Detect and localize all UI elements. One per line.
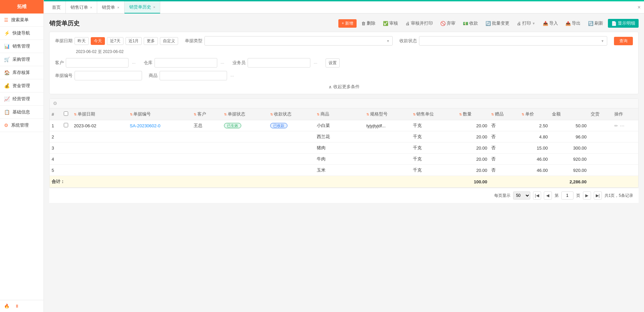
sort-icon: ⇅ xyxy=(130,112,134,116)
table-settings-icon[interactable]: ⚙ xyxy=(53,101,57,106)
filter-item-goods: 商品 ··· xyxy=(149,71,235,80)
sidebar-item-search-menu[interactable]: ☰ 搜索菜单 xyxy=(0,14,44,27)
select-all-checkbox[interactable] xyxy=(64,111,68,116)
filter-item-payment-status: 收款状态 ▼ xyxy=(399,36,607,46)
customer-input[interactable] xyxy=(66,58,129,68)
sidebar-item-label: 搜索菜单 xyxy=(11,17,29,23)
row-checkbox[interactable] xyxy=(64,123,68,127)
col-header-gift[interactable]: ⇅ 赠品 xyxy=(489,108,520,120)
cell-index: 2 xyxy=(50,131,62,142)
salesperson-ellipsis-btn[interactable]: ··· xyxy=(312,60,319,66)
settings-button[interactable]: 设置 xyxy=(326,58,340,68)
print-icon: 🖨 xyxy=(517,21,521,26)
date-7days-btn[interactable]: 近7天 xyxy=(107,37,123,45)
col-header-unit-price[interactable]: ⇅ 单价 xyxy=(520,108,550,120)
cell-transaction xyxy=(589,131,612,142)
sidebar-item-finance[interactable]: 💰 资金管理 xyxy=(0,79,44,93)
date-yesterday-btn[interactable]: 昨天 xyxy=(75,37,89,45)
col-header-unit[interactable]: ⇅ 销售单位 xyxy=(411,108,457,120)
collapse-filter-button[interactable]: ∧ 收起更多条件 xyxy=(55,84,633,90)
cell-customer xyxy=(192,142,222,154)
export-button[interactable]: 📤 导出 xyxy=(563,19,583,28)
date-more-btn[interactable]: 更多 xyxy=(144,37,158,45)
filter-panel: 单据日期 昨天 今天 近7天 近1月 更多 自定义 单据类型 ▼ xyxy=(49,32,639,94)
detail-icon: 📄 xyxy=(611,21,617,26)
sidebar-item-quick-nav[interactable]: ⚡ 快捷导航 xyxy=(0,27,44,40)
cell-spec xyxy=(364,154,411,165)
tab-home[interactable]: 首页 xyxy=(47,1,66,14)
sidebar-item-sys-mgmt[interactable]: ⚙ 系统管理 xyxy=(0,119,44,132)
tab-home-label: 首页 xyxy=(52,4,61,10)
cell-amount: 50.00 xyxy=(550,120,589,131)
edit-icon[interactable]: ✏ xyxy=(614,123,618,128)
pagination-bar: 每页显示 50 100 200 |◀ ◀ 第 页 ▶ ▶| 共1页，5条记录 xyxy=(49,188,639,203)
search-button[interactable]: 查询 xyxy=(614,37,633,45)
cell-goods: 小白菜 xyxy=(315,120,364,131)
sidebar-item-ops-mgmt[interactable]: 📈 经营管理 xyxy=(0,93,44,106)
audit-button[interactable]: ✅ 审核 xyxy=(380,19,401,28)
summary-row: 合计： 100.00 2,286.00 xyxy=(50,176,638,188)
col-header-spec[interactable]: ⇅ 规格型号 xyxy=(364,108,411,120)
col-header-goods[interactable]: ⇅ 商品 xyxy=(315,108,364,120)
more-action-icon[interactable]: ⋯ xyxy=(620,123,624,128)
goods-input[interactable] xyxy=(160,71,227,80)
per-page-select[interactable]: 50 100 200 xyxy=(513,191,530,200)
tab-sales-order-close[interactable]: × xyxy=(90,5,92,9)
filter-item-salesperson: 业务员 ··· xyxy=(232,58,319,68)
doc-number-link[interactable]: SA-20230602-0 xyxy=(130,123,161,128)
print-button[interactable]: 🖨 打印 ▼ xyxy=(514,19,538,28)
collect-button[interactable]: 💵 收款 xyxy=(460,19,481,28)
doc-type-dropdown-arrow: ▼ xyxy=(386,39,390,43)
customer-ellipsis-btn[interactable]: ··· xyxy=(131,60,137,66)
new-button[interactable]: + 新增 xyxy=(338,19,357,28)
sidebar-item-purchase-mgmt[interactable]: 🛒 采购管理 xyxy=(0,53,44,66)
cell-index: 3 xyxy=(50,142,62,154)
cell-doc-date xyxy=(72,165,128,176)
date-today-btn[interactable]: 今天 xyxy=(91,37,105,45)
cell-checkbox xyxy=(62,142,72,154)
col-header-customer[interactable]: ⇅ 客户 xyxy=(192,108,222,120)
tab-close-all-button[interactable]: × xyxy=(638,4,641,10)
warehouse-ellipsis-btn[interactable]: ··· xyxy=(219,60,226,66)
filter-row-1: 单据日期 昨天 今天 近7天 近1月 更多 自定义 单据类型 ▼ xyxy=(55,36,633,46)
salesperson-input[interactable] xyxy=(248,58,310,68)
tab-sales-history-close[interactable]: × xyxy=(153,5,155,9)
print-dropdown-arrow: ▼ xyxy=(532,22,535,25)
batch-change-button[interactable]: 🔄 批量变更 xyxy=(483,19,512,28)
prev-page-button[interactable]: ◀ xyxy=(544,191,552,200)
col-header-index: # xyxy=(50,108,62,120)
tab-sales-delivery[interactable]: 销货单 × xyxy=(97,1,124,14)
doc-number-input[interactable] xyxy=(75,71,142,80)
next-page-button[interactable]: ▶ xyxy=(583,191,591,200)
page-number-input[interactable] xyxy=(561,191,573,200)
sidebar-item-inventory[interactable]: 🏠 库存核算 xyxy=(0,66,44,79)
date-1month-btn[interactable]: 近1月 xyxy=(125,37,142,45)
tab-sales-history[interactable]: 销货单历史 × xyxy=(124,1,160,14)
pause-icon[interactable]: ⏸ xyxy=(15,304,19,309)
cell-quantity: 20.00 xyxy=(457,142,489,154)
import-button[interactable]: 📥 导入 xyxy=(540,19,561,28)
sys-mgmt-icon: ⚙ xyxy=(4,123,8,128)
col-header-doc-number[interactable]: ⇅ 单据编号 xyxy=(128,108,192,120)
date-custom-btn[interactable]: 自定义 xyxy=(160,37,178,45)
col-header-quantity[interactable]: ⇅ 数量 xyxy=(457,108,489,120)
tab-sales-order[interactable]: 销售订单 × xyxy=(66,1,97,14)
goods-ellipsis-btn[interactable]: ··· xyxy=(229,73,235,78)
display-detail-button[interactable]: 📄 显示明细 xyxy=(608,19,639,28)
last-page-button[interactable]: ▶| xyxy=(594,191,602,200)
sidebar-item-basic-info[interactable]: 📋 基础信息 xyxy=(0,106,44,119)
audit-print-button[interactable]: 🖨 审核并打印 xyxy=(403,19,436,28)
first-page-button[interactable]: |◀ xyxy=(533,191,541,200)
delete-button[interactable]: 🗑 删除 xyxy=(359,19,378,28)
abandon-button[interactable]: 🚫 弃审 xyxy=(438,19,458,28)
col-header-doc-date[interactable]: ⇅ 单据日期 xyxy=(72,108,128,120)
fire-icon[interactable]: 🔥 xyxy=(4,304,9,309)
tab-sales-history-label: 销货单历史 xyxy=(129,4,151,10)
filter-item-doc-number: 单据编号 xyxy=(55,71,142,80)
sidebar-item-sales-mgmt[interactable]: 📊 销售管理 xyxy=(0,40,44,53)
col-header-payment-status[interactable]: ⇅ 收款状态 xyxy=(268,108,315,120)
col-header-doc-status[interactable]: ⇅ 单据状态 xyxy=(222,108,269,120)
refresh-button[interactable]: 🔃 刷新 xyxy=(585,19,606,28)
tab-sales-delivery-close[interactable]: × xyxy=(117,5,119,9)
warehouse-input[interactable] xyxy=(155,58,217,68)
